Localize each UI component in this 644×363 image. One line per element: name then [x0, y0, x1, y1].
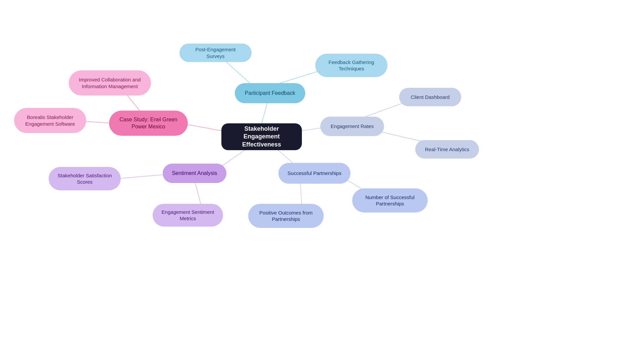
feedback-gathering-node[interactable]: Feedback Gathering Techniques	[315, 54, 387, 77]
participant-feedback-label: Participant Feedback	[245, 90, 295, 97]
positive-outcomes-label: Positive Outcomes from Partnerships	[256, 209, 316, 223]
successful-partnerships-node[interactable]: Successful Partnerships	[278, 163, 351, 184]
number-successful-label: Number of Successful Partnerships	[360, 194, 420, 207]
engagement-rates-node[interactable]: Engagement Rates	[320, 117, 384, 136]
number-successful-node[interactable]: Number of Successful Partnerships	[352, 188, 428, 213]
stakeholder-satisfaction-label: Stakeholder Satisfaction Scores	[56, 172, 113, 185]
participant-feedback-node[interactable]: Participant Feedback	[235, 83, 305, 103]
case-study-label: Case Study: Enel Green Power Mexico	[116, 116, 180, 130]
svg-line-11	[195, 183, 201, 206]
post-engagement-surveys-label: Post-Engagement Surveys	[187, 46, 244, 59]
engagement-sentiment-label: Engagement Sentiment Metrics	[160, 209, 216, 222]
svg-line-4	[127, 96, 141, 112]
borealis-label: Borealis Stakeholder Engagement Software	[21, 114, 79, 127]
engagement-rates-label: Engagement Rates	[331, 123, 374, 130]
borealis-node[interactable]: Borealis Stakeholder Engagement Software	[14, 108, 86, 133]
improved-collab-label: Improved Collaboration and Information M…	[76, 76, 144, 89]
svg-line-13	[300, 181, 302, 207]
real-time-analytics-node[interactable]: Real-Time Analytics	[415, 140, 479, 159]
client-dashboard-node[interactable]: Client Dashboard	[399, 88, 461, 106]
positive-outcomes-node[interactable]: Positive Outcomes from Partnerships	[248, 204, 324, 228]
post-engagement-surveys-node[interactable]: Post-Engagement Surveys	[179, 44, 252, 62]
case-study-node[interactable]: Case Study: Enel Green Power Mexico	[109, 111, 188, 136]
stakeholder-satisfaction-node[interactable]: Stakeholder Satisfaction Scores	[49, 167, 121, 190]
successful-partnerships-label: Successful Partnerships	[287, 170, 341, 177]
engagement-sentiment-node[interactable]: Engagement Sentiment Metrics	[153, 204, 223, 227]
center-label: Stakeholder Engagement Effectiveness	[229, 125, 294, 148]
feedback-gathering-label: Feedback Gathering Techniques	[323, 59, 380, 72]
client-dashboard-label: Client Dashboard	[411, 94, 450, 101]
svg-line-3	[184, 124, 221, 131]
improved-collab-node[interactable]: Improved Collaboration and Information M…	[69, 70, 151, 96]
sentiment-analysis-label: Sentiment Analysis	[172, 170, 217, 177]
sentiment-analysis-node[interactable]: Sentiment Analysis	[163, 164, 226, 183]
real-time-analytics-label: Real-Time Analytics	[425, 146, 469, 153]
center-node[interactable]: Stakeholder Engagement Effectiveness	[221, 123, 302, 150]
